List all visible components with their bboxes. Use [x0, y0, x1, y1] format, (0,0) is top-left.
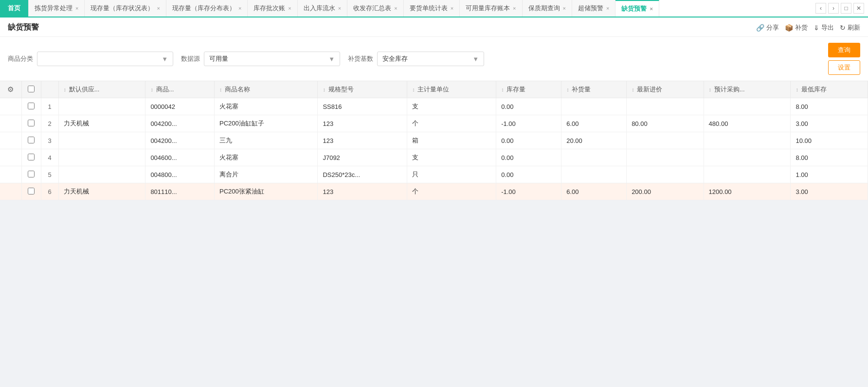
- row-checkbox[interactable]: [28, 171, 35, 177]
- gear-col-header: ⚙: [0, 81, 21, 98]
- row-num-cell: 1: [41, 98, 58, 115]
- tab-restore-button[interactable]: □: [841, 3, 851, 14]
- share-button[interactable]: 🔗 分享: [756, 23, 779, 32]
- row-num-cell: 6: [41, 183, 58, 200]
- tab-close-button[interactable]: ✕: [853, 3, 864, 14]
- category-select[interactable]: ▼: [37, 52, 173, 66]
- close-icon[interactable]: ×: [650, 6, 652, 12]
- tab-prev-button[interactable]: ‹: [815, 3, 826, 14]
- export-button[interactable]: ⇓ 导出: [814, 23, 834, 32]
- tab-abnormal[interactable]: 拣货异常处理 ×: [29, 0, 85, 17]
- close-icon[interactable]: ×: [238, 5, 241, 11]
- row-spec-cell: 123: [318, 115, 407, 132]
- row-checkbox[interactable]: [28, 120, 35, 126]
- row-stock-cell: 0.00: [496, 98, 561, 115]
- spec-col-header[interactable]: ↕ 规格型号: [318, 81, 407, 98]
- export-icon: ⇓: [814, 24, 819, 32]
- refresh-button[interactable]: ↻ 刷新: [840, 23, 860, 32]
- close-icon[interactable]: ×: [606, 5, 609, 11]
- row-latest-price-cell: 200.00: [627, 183, 704, 200]
- row-stock-cell: -1.00: [496, 115, 561, 132]
- replenish-col-header[interactable]: ↕ 补货量: [561, 81, 627, 98]
- supplier-col-header[interactable]: ↕ 默认供应...: [58, 81, 145, 98]
- row-gear-cell: [0, 183, 21, 200]
- query-button[interactable]: 查询: [828, 43, 860, 57]
- row-est-purchase-cell: 1200.00: [704, 183, 791, 200]
- close-icon[interactable]: ×: [451, 5, 453, 11]
- close-icon[interactable]: ×: [513, 5, 516, 11]
- latest-price-col-header[interactable]: ↕ 最新进价: [627, 81, 704, 98]
- settings-icon[interactable]: ⚙: [7, 85, 14, 93]
- row-checkbox[interactable]: [28, 154, 35, 160]
- product-code-col-header[interactable]: ↕ 商品...: [145, 81, 215, 98]
- settings-button[interactable]: 设置: [828, 60, 860, 75]
- tab-abnormal-label: 拣货异常处理: [35, 4, 72, 13]
- row-min-stock-cell: 1.00: [791, 166, 868, 183]
- tab-inout[interactable]: 出入库流水 ×: [298, 0, 347, 17]
- table-row: 6 力天机械 801110... PC200张紧油缸 123 个 -1.00 6…: [0, 183, 868, 200]
- row-checkbox[interactable]: [28, 103, 35, 109]
- tab-overstock[interactable]: 超储预警 ×: [572, 0, 615, 17]
- tab-batch[interactable]: 库存批次账 ×: [248, 0, 297, 17]
- row-spec-cell: DS250*23c...: [318, 166, 407, 183]
- row-est-purchase-cell: [704, 149, 791, 166]
- row-unit-cell: 箱: [407, 132, 496, 149]
- tab-receipt[interactable]: 收发存汇总表 ×: [347, 0, 403, 17]
- product-name-col-header[interactable]: ↕ 商品名称: [215, 81, 318, 98]
- row-latest-price-cell: [627, 98, 704, 115]
- category-filter-label: 商品分类: [8, 54, 33, 63]
- row-checkbox[interactable]: [28, 188, 35, 194]
- table-row: 3 004200... 三九 123 箱 0.00 20.00 10.00: [0, 132, 868, 149]
- close-icon[interactable]: ×: [394, 5, 397, 11]
- tab-inventory2[interactable]: 现存量（库存分布表） ×: [166, 0, 248, 17]
- row-checkbox[interactable]: [28, 137, 35, 143]
- share-icon: 🔗: [756, 24, 764, 32]
- chevron-down-icon: ▼: [162, 55, 168, 63]
- row-supplier-cell: 力天机械: [58, 115, 145, 132]
- row-min-stock-cell: 10.00: [791, 132, 868, 149]
- close-icon[interactable]: ×: [75, 5, 78, 11]
- table-body: 1 0000042 火花塞 SS816 支 0.00 8.00 2 力天机械 0…: [0, 98, 868, 200]
- tab-inventory1[interactable]: 现存量（库存状况表） ×: [85, 0, 166, 17]
- tab-home[interactable]: 首页: [0, 0, 29, 17]
- row-product-name-cell: PC200张紧油缸: [215, 183, 318, 200]
- row-unit-cell: 只: [407, 166, 496, 183]
- tab-order[interactable]: 要货单统计表 ×: [404, 0, 460, 17]
- replenish-button[interactable]: 📦 补货: [785, 23, 808, 32]
- datasource-filter-group: 数据源 可用量 ▼: [181, 52, 340, 66]
- close-icon[interactable]: ×: [157, 5, 160, 11]
- tab-next-button[interactable]: ›: [828, 3, 839, 14]
- row-gear-cell: [0, 149, 21, 166]
- row-checkbox-cell: [21, 166, 41, 183]
- row-replenish-cell: 6.00: [561, 183, 627, 200]
- row-gear-cell: [0, 115, 21, 132]
- replenish-base-select[interactable]: 安全库存 ▼: [377, 52, 484, 66]
- est-purchase-col-header[interactable]: ↕ 预计采购...: [704, 81, 791, 98]
- select-all-checkbox[interactable]: [28, 86, 35, 92]
- unit-col-header[interactable]: ↕ 主计量单位: [407, 81, 496, 98]
- tab-available[interactable]: 可用量库存账本 ×: [460, 0, 522, 17]
- row-gear-cell: [0, 98, 21, 115]
- row-replenish-cell: [561, 149, 627, 166]
- row-replenish-cell: 6.00: [561, 115, 627, 132]
- row-product-name-cell: PC200油缸缸子: [215, 115, 318, 132]
- tab-expiry[interactable]: 保质期查询 ×: [523, 0, 572, 17]
- min-stock-col-header[interactable]: ↕ 最低库存: [791, 81, 868, 98]
- tab-shortage[interactable]: 缺货预警 ×: [615, 0, 659, 17]
- close-icon[interactable]: ×: [338, 5, 341, 11]
- row-supplier-cell: [58, 166, 145, 183]
- refresh-icon: ↻: [840, 24, 846, 32]
- tab-order-label: 要货单统计表: [410, 4, 448, 13]
- row-replenish-cell: [561, 166, 627, 183]
- close-icon[interactable]: ×: [288, 5, 291, 11]
- stock-col-header[interactable]: ↕ 库存量: [496, 81, 561, 98]
- replenish-base-label: 补货基数: [348, 54, 373, 63]
- action-buttons: 查询 设置: [828, 43, 860, 75]
- datasource-select[interactable]: 可用量 ▼: [204, 52, 340, 66]
- row-num-cell: 3: [41, 132, 58, 149]
- sort-icon: ↕: [796, 87, 798, 92]
- checkbox-col-header: [21, 81, 41, 98]
- row-est-purchase-cell: [704, 166, 791, 183]
- row-num-cell: 2: [41, 115, 58, 132]
- close-icon[interactable]: ×: [563, 5, 566, 11]
